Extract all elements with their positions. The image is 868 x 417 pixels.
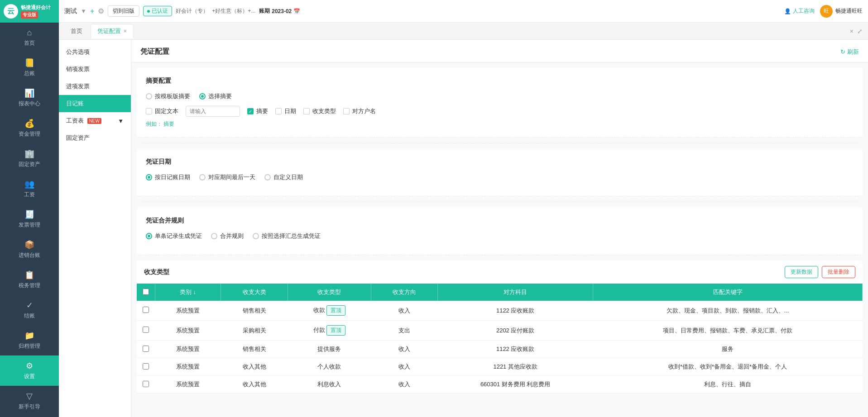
- guide-icon: ▽: [26, 391, 33, 401]
- th-type: 收支类型: [288, 284, 371, 301]
- select-all-checkbox[interactable]: [143, 289, 149, 295]
- topbar-right: 👤 人工咨询 旺 畅捷通旺旺: [784, 5, 863, 18]
- tab-voucher-config[interactable]: 凭证配置 ×: [91, 24, 134, 38]
- tab-home[interactable]: 首页: [64, 24, 89, 38]
- th-category[interactable]: 类别 ↓: [155, 284, 221, 301]
- topbar: 测试 ▼ + ⚙ 切到旧版 已认证 好会计（专） +好生意（标）+... 账期 …: [59, 0, 868, 23]
- td-keywords-5: 利息、行往、摘自: [593, 376, 863, 393]
- sidebar-item-fund[interactable]: 💰 资金管理: [0, 113, 59, 143]
- income-expense-table: 类别 ↓ 收支大类 收支类型 收支方向 对方科目 匹配关键字 系统预置 销售相: [137, 284, 863, 393]
- radio-select-sum[interactable]: 按照选择汇总生成凭证: [253, 232, 321, 240]
- nav-list: ⌂ 首页 📒 总账 📊 报表中心 💰 资金管理 🏢 固定资产 👥 工资 🧾 发票…: [0, 23, 59, 417]
- sidebar-item-report[interactable]: 📊 报表中心: [0, 83, 59, 113]
- table-body: 系统预置 销售相关 收款 置顶 收入 1122 应收账款 欠款、现金、项目款、到…: [137, 301, 863, 393]
- sidebar-item-settings[interactable]: ⚙ 设置: [0, 355, 59, 386]
- th-keywords: 匹配关键字: [593, 284, 863, 301]
- left-menu-fixed-assets[interactable]: 固定资产: [59, 129, 131, 147]
- fixed-text-input[interactable]: [186, 106, 240, 117]
- checkbox-date[interactable]: 日期: [275, 107, 296, 115]
- sidebar-item-label: 结账: [24, 312, 35, 320]
- th-major: 收支大类: [221, 284, 288, 301]
- td-major-4: 收入其他: [221, 358, 288, 376]
- fund-icon: 💰: [24, 118, 34, 128]
- divider-2: [140, 202, 859, 202]
- chevron-down-icon: ▼: [118, 118, 124, 124]
- table-head: 类别 ↓ 收支大类 收支类型 收支方向 对方科目 匹配关键字: [137, 284, 863, 301]
- calendar-icon[interactable]: 📅: [293, 8, 300, 14]
- maximize-window-icon[interactable]: ⤢: [857, 28, 863, 35]
- row-checkbox-2[interactable]: [143, 327, 149, 333]
- service-button[interactable]: 👤 人工咨询: [784, 7, 815, 15]
- home-icon: ⌂: [27, 28, 32, 38]
- refresh-button[interactable]: ↻ 刷新: [840, 48, 859, 56]
- merge-rules-radio-group: 单条记录生成凭证 合并规则 按照选择汇总生成凭证: [146, 232, 854, 240]
- top-tag-button-1[interactable]: 置顶: [326, 305, 345, 316]
- td-type-1: 收款 置顶: [288, 301, 371, 321]
- example-prefix: 例如：: [146, 121, 162, 127]
- switch-version-button[interactable]: 切到旧版: [108, 5, 139, 17]
- sidebar-item-settlement[interactable]: ✓ 结账: [0, 295, 59, 325]
- good-accounting-info: 好会计（专）: [176, 7, 208, 15]
- radio-select[interactable]: 选择摘要: [199, 92, 232, 100]
- add-icon[interactable]: +: [90, 7, 94, 15]
- left-menu-purchase-invoice[interactable]: 进项发票: [59, 78, 131, 95]
- radio-template-circle: [146, 93, 152, 100]
- close-window-icon[interactable]: ×: [850, 28, 854, 35]
- batch-delete-button[interactable]: 批量删除: [822, 266, 855, 278]
- td-keywords-2: 项目、日常费用、报销款、车费、承兑汇票、付款: [593, 321, 863, 341]
- left-menu-payroll[interactable]: 工资表 NEW ▼: [59, 112, 131, 129]
- sidebar-item-label: 总账: [24, 70, 35, 77]
- td-account-1: 1122 应收账款: [438, 301, 593, 321]
- row-checkbox-5[interactable]: [143, 381, 149, 387]
- td-category-5: 系统预置: [155, 376, 221, 393]
- tab-close-icon[interactable]: ×: [124, 28, 127, 34]
- row-checkbox-1[interactable]: [143, 307, 149, 313]
- row-checkbox-3[interactable]: [143, 346, 149, 352]
- right-content: 凭证配置 ↻ 刷新 摘要配置 按模板版摘要 选择摘要: [131, 40, 868, 417]
- checkbox-counterpart[interactable]: 对方户名: [343, 107, 376, 115]
- radio-single-circle: [146, 233, 152, 239]
- radio-template[interactable]: 按模板版摘要: [146, 92, 190, 100]
- sidebar-item-invoice[interactable]: 🧾 发票管理: [0, 204, 59, 234]
- radio-custom-date[interactable]: 自定义日期: [264, 173, 303, 181]
- radio-template-label: 按模板版摘要: [155, 92, 190, 100]
- checkbox-summary[interactable]: ✓ 摘要: [247, 107, 268, 115]
- table-row: 系统预置 收入其他 利息收入 收入 660301 财务费用 利息费用 利息、行往…: [137, 376, 863, 393]
- radio-journal-date-label: 按日记账日期: [155, 173, 190, 181]
- top-tag-button-2[interactable]: 置顶: [326, 325, 345, 336]
- left-menu-journal[interactable]: 日记账: [59, 95, 131, 112]
- update-data-button[interactable]: 更新数据: [785, 266, 818, 278]
- checkbox-summary-box: ✓: [247, 108, 254, 114]
- sidebar-item-home[interactable]: ⌂ 首页: [0, 23, 59, 52]
- divider-1: [140, 143, 859, 143]
- checkbox-type[interactable]: 收支类型: [303, 107, 336, 115]
- td-major-2: 采购相关: [221, 321, 288, 341]
- sidebar-item-payroll[interactable]: 👥 工资: [0, 174, 59, 204]
- sidebar-item-purchase[interactable]: 📦 进销台账: [0, 234, 59, 265]
- radio-merge-label: 合并规则: [220, 232, 244, 240]
- sidebar-item-fixed-asset[interactable]: 🏢 固定资产: [0, 143, 59, 174]
- settings-gear-icon[interactable]: ⚙: [98, 7, 104, 15]
- row-checkbox-4[interactable]: [143, 363, 149, 370]
- checkbox-fixed-text[interactable]: 固定文本: [146, 107, 178, 115]
- radio-select-sum-circle: [253, 233, 259, 239]
- td-type-4: 个人收款: [288, 358, 371, 376]
- radio-journal-date[interactable]: 按日记账日期: [146, 173, 190, 181]
- left-menu-sale-invoice[interactable]: 销项发票: [59, 61, 131, 78]
- tab-bar: 首页 凭证配置 × × ⤢: [59, 23, 868, 40]
- radio-period-last[interactable]: 对应期间最后一天: [199, 173, 255, 181]
- radio-single[interactable]: 单条记录生成凭证: [146, 232, 202, 240]
- radio-merge[interactable]: 合并规则: [211, 232, 244, 240]
- table-row: 系统预置 收入其他 个人收款 收入 1221 其他应收款 收到*借款、收到*备用…: [137, 358, 863, 376]
- archive-icon: 📁: [24, 331, 34, 341]
- logo-text-block: 畅捷通好会计 专业版: [21, 4, 51, 19]
- sidebar-item-ledger[interactable]: 📒 总账: [0, 52, 59, 83]
- sidebar-item-tax[interactable]: 📋 税务管理: [0, 265, 59, 295]
- left-menu-public[interactable]: 公共选项: [59, 43, 131, 61]
- sidebar-item-guide[interactable]: ▽ 新手引导: [0, 386, 59, 416]
- sidebar-item-archive[interactable]: 📁 归档管理: [0, 325, 59, 355]
- page-title: 凭证配置: [140, 47, 169, 57]
- dropdown-icon[interactable]: ▼: [81, 8, 86, 14]
- td-category-2: 系统预置: [155, 321, 221, 341]
- tab-controls: × ⤢: [850, 28, 863, 35]
